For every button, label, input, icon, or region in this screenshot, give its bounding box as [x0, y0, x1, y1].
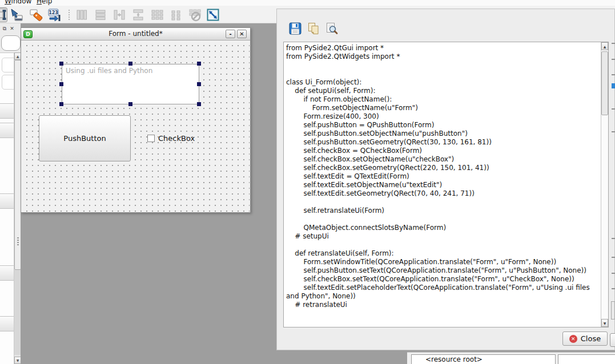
checkbox-widget[interactable]: CheckBox — [147, 127, 205, 150]
toolbar-separator — [68, 9, 70, 21]
scroll-down-icon[interactable]: ▼ — [14, 357, 21, 364]
widget-box-scrollbar[interactable]: ▲ ▼ — [14, 52, 21, 364]
close-red-icon: ✕ — [569, 335, 577, 343]
layout-grid-icon — [150, 8, 164, 22]
scrollbar-thumb[interactable] — [601, 51, 608, 115]
resource-browser-dock: <resource root> — [407, 352, 615, 364]
checkbox-label: CheckBox — [158, 127, 195, 150]
selection-handle-bottom-right[interactable] — [197, 102, 201, 106]
selection-handle-top-left[interactable] — [59, 62, 63, 66]
widget-box-item[interactable] — [2, 75, 14, 90]
scroll-annotation-tick — [612, 108, 615, 110]
scroll-down-icon[interactable]: ▼ — [601, 319, 608, 327]
generated-python-code[interactable]: from PySide2.QtGui import *from PySide2.… — [286, 44, 600, 309]
selection-handle-top-right[interactable] — [197, 62, 201, 66]
scroll-annotation-tick — [612, 59, 615, 60]
edit-signals-slots-icon — [10, 8, 23, 22]
save-icon — [288, 22, 302, 35]
minimize-button[interactable]: - — [226, 30, 235, 38]
widget-category-header[interactable] — [0, 193, 14, 209]
selection-handle-middle-right[interactable] — [197, 82, 201, 86]
edit-widgets-button[interactable] — [0, 7, 7, 22]
widget-box-list[interactable] — [0, 52, 14, 364]
copy-icon — [307, 22, 320, 35]
widget-category-header[interactable] — [0, 316, 14, 331]
code-view[interactable]: from PySide2.QtGui import *from PySide2.… — [283, 42, 609, 327]
widget-box-dock: ⧉ ✕ ▲ ▼ — [0, 23, 21, 364]
menubar: Window Help — [0, 0, 615, 6]
layout-vertical-button[interactable] — [93, 7, 108, 22]
scrollbar-track[interactable] — [14, 270, 21, 355]
layout-horizontal-button[interactable] — [74, 7, 89, 22]
menu-help[interactable]: Help — [37, 0, 52, 5]
code-scrollbar[interactable]: ▲ ▼ — [601, 42, 608, 327]
scroll-annotation-tick — [612, 288, 615, 289]
pushbutton-widget[interactable]: PushButton — [39, 115, 131, 161]
break-layout-icon — [188, 8, 202, 22]
find-icon — [325, 22, 339, 35]
save-button[interactable] — [288, 22, 302, 35]
scroll-annotation-tick — [612, 273, 615, 274]
widget-category-header[interactable] — [0, 265, 14, 281]
close-button[interactable]: ✕ Close — [562, 331, 608, 346]
selection-handle-bottom-middle[interactable] — [128, 102, 132, 106]
edge-cut-button[interactable] — [610, 333, 615, 347]
svg-text:123: 123 — [49, 10, 58, 15]
menu-window[interactable]: Window — [5, 0, 31, 5]
widget-category-header[interactable] — [0, 123, 14, 138]
checkbox-indicator[interactable] — [147, 135, 155, 142]
resource-root-item[interactable]: <resource root> — [412, 355, 555, 364]
selection-handle-bottom-left[interactable] — [59, 102, 63, 106]
textedit-placeholder: Using .ui files and Python — [62, 64, 199, 77]
copy-button[interactable] — [307, 22, 320, 35]
widget-filter-input[interactable] — [1, 35, 21, 51]
edit-buddies-icon — [29, 8, 43, 22]
form-editor-window: D Form - untitled* - ✕ Using .ui files a… — [21, 27, 251, 213]
widget-category-header[interactable] — [0, 103, 14, 119]
scroll-annotation-tick — [612, 43, 615, 44]
resource-detail-pane[interactable] — [558, 354, 615, 364]
layout-split-vertical-button[interactable] — [131, 7, 146, 22]
pushbutton-label: PushButton — [63, 134, 106, 143]
layout-form-button[interactable] — [168, 7, 183, 22]
layout-split-horizontal-icon — [112, 8, 126, 22]
edit-tab-order-icon: 123 — [47, 8, 61, 22]
selection-handle-middle-left[interactable] — [59, 82, 63, 86]
edit-signals-slots-button[interactable] — [9, 7, 24, 22]
dock-float-icon[interactable]: ⧉ — [1, 25, 8, 32]
scroll-annotation-tick — [612, 238, 615, 239]
scroll-up-icon[interactable]: ▲ — [601, 42, 608, 50]
form-window-title: Form - untitled* — [21, 30, 250, 38]
layout-horizontal-icon — [75, 8, 89, 22]
edit-tab-order-button[interactable]: 123 — [47, 7, 62, 22]
scroll-up-icon[interactable]: ▲ — [14, 52, 21, 60]
textedit-widget[interactable]: Using .ui files and Python — [62, 64, 199, 104]
edit-buddies-button[interactable] — [29, 7, 43, 22]
layout-grid-button[interactable] — [150, 7, 164, 22]
scroll-annotation-tick — [612, 131, 615, 132]
close-button-label: Close — [581, 334, 601, 343]
scrollbar-thumb[interactable] — [14, 60, 21, 270]
dock-close-icon[interactable]: ✕ — [9, 25, 15, 32]
close-window-button[interactable]: ✕ — [237, 30, 247, 38]
edge-scrollbar-thumb[interactable] — [611, 301, 615, 319]
widget-box-item[interactable] — [2, 58, 14, 72]
edit-widgets-icon — [0, 8, 7, 22]
layout-vertical-icon — [94, 8, 107, 22]
selection-handle-top-middle[interactable] — [128, 62, 132, 66]
layout-split-vertical-icon — [131, 8, 145, 22]
code-preview-panel: from PySide2.QtGui import *from PySide2.… — [276, 9, 615, 350]
form-window-titlebar[interactable]: D Form - untitled* - ✕ — [21, 28, 250, 41]
break-layout-button[interactable] — [187, 7, 202, 22]
layout-split-horizontal-button[interactable] — [112, 7, 127, 22]
adjust-size-icon — [206, 8, 220, 22]
resource-tree[interactable]: <resource root> — [411, 354, 556, 364]
adjust-size-button[interactable] — [206, 7, 220, 22]
scroll-annotation-tick — [612, 74, 615, 75]
find-button[interactable] — [325, 22, 339, 35]
scroll-annotation-tick — [612, 257, 615, 258]
scroll-annotation-current — [612, 83, 615, 88]
layout-form-icon — [169, 8, 183, 22]
form-canvas[interactable]: Using .ui files and Python PushButton Ch… — [22, 41, 250, 212]
